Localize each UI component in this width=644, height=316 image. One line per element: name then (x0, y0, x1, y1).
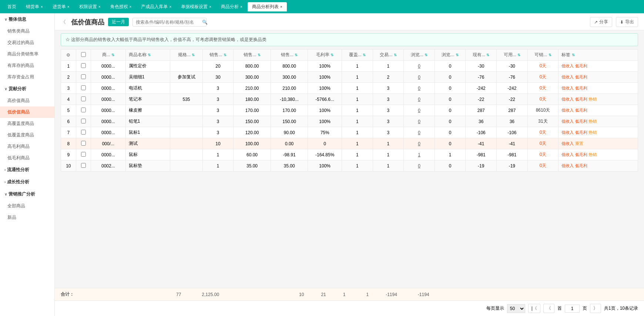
nav-permission-settings[interactable]: 权限设置 × (75, 2, 105, 11)
browse-count[interactable]: 0 (418, 97, 420, 102)
row-browse1[interactable]: 0 (404, 127, 435, 138)
row-checkbox[interactable] (81, 152, 86, 157)
row-checkbox-cell[interactable] (76, 127, 91, 138)
row-browse1[interactable]: 0 (404, 83, 435, 94)
nav-purchase-order[interactable]: 进货单 × (48, 2, 74, 11)
sort-icon[interactable]: ⇅ (363, 53, 366, 57)
search-input[interactable] (133, 18, 207, 27)
export-button[interactable]: ⬇ 导出 (616, 17, 638, 27)
sidebar-item-category-sales-rate[interactable]: 商品分类销售率 (0, 48, 54, 60)
close-icon[interactable]: × (209, 5, 211, 9)
close-icon[interactable]: × (98, 5, 101, 9)
row-checkbox[interactable] (81, 108, 86, 112)
row-checkbox-cell[interactable] (76, 138, 91, 149)
share-button[interactable]: ↗ 分享 (590, 17, 612, 27)
th-sell-days[interactable]: 可销... ⇅ (527, 50, 559, 61)
row-checkbox[interactable] (81, 141, 86, 146)
nav-role-auth[interactable]: 角色授权 × (106, 2, 136, 11)
th-sales-qty[interactable]: 销售... ⇅ (202, 50, 234, 61)
sort-icon[interactable]: ⇅ (111, 53, 114, 57)
th-tags[interactable]: 标签 ⇅ (559, 50, 638, 61)
browse-count[interactable]: 0 (418, 163, 420, 169)
sort-icon[interactable]: ⇅ (192, 53, 195, 57)
sidebar-group-contribution[interactable]: ∨ 贡献分析 (0, 83, 54, 95)
sidebar-group-marketing[interactable]: ∨ 营销推广分析 (0, 188, 54, 200)
row-checkbox[interactable] (81, 63, 86, 68)
sort-icon[interactable]: ⇅ (456, 53, 459, 57)
th-trade[interactable]: 交易... ⇅ (373, 50, 404, 61)
prev-page-button[interactable]: 〈 (543, 304, 554, 313)
sort-icon[interactable]: ⇅ (295, 53, 298, 57)
row-checkbox-cell[interactable] (76, 83, 91, 94)
row-checkbox[interactable] (81, 163, 86, 168)
sidebar-item-high-margin[interactable]: 高毛利商品 (0, 141, 54, 152)
gear-icon[interactable]: ⚙ (66, 52, 70, 58)
sidebar-item-sales-goods[interactable]: 销售类商品 (0, 26, 54, 37)
row-browse1[interactable]: 0 (404, 105, 435, 116)
close-icon[interactable]: × (41, 5, 43, 9)
row-browse1[interactable]: 0 (404, 138, 435, 149)
sort-icon[interactable]: ⇅ (331, 53, 333, 57)
th-browse1[interactable]: 浏览... ⇅ (404, 50, 435, 61)
row-checkbox[interactable] (81, 130, 86, 135)
th-browse2[interactable]: 浏览... ⇅ (435, 50, 466, 61)
row-browse1[interactable]: 0 (404, 160, 435, 171)
browse-count[interactable]: 0 (418, 64, 420, 69)
select-all-checkbox[interactable] (81, 52, 86, 57)
th-cover[interactable]: 覆盖... ⇅ (342, 50, 373, 61)
sidebar-item-new-goods[interactable]: 新品 (0, 212, 54, 223)
close-icon[interactable]: × (240, 5, 242, 9)
browse-count[interactable]: 0 (418, 130, 420, 135)
search-icon[interactable]: 🔍 (202, 20, 208, 25)
nav-goods-analysis[interactable]: 商品分析 × (217, 2, 247, 11)
row-checkbox[interactable] (81, 85, 86, 90)
sidebar-group-liquidity[interactable]: › 流通性分析 (0, 164, 54, 176)
sidebar-item-high-coverage[interactable]: 高覆盖度商品 (0, 118, 54, 129)
sort-icon[interactable]: ⇅ (394, 53, 397, 57)
row-checkbox-cell[interactable] (76, 72, 91, 83)
sort-icon[interactable]: ⇅ (425, 53, 427, 57)
first-page-button[interactable]: |〈 (528, 304, 540, 313)
sidebar-item-low-coverage[interactable]: 低覆盖度商品 (0, 129, 54, 141)
sort-icon[interactable]: ⇅ (148, 53, 151, 57)
nav-production-storage[interactable]: 产成品入库单 × (137, 2, 176, 11)
sidebar-item-all-goods[interactable]: 全部商品 (0, 200, 54, 212)
browse-count[interactable]: 0 (418, 86, 420, 91)
toggle-sidebar-icon[interactable]: 《 (61, 19, 66, 26)
sort-icon[interactable]: ⇅ (517, 53, 520, 57)
browse-count[interactable]: 0 (418, 141, 420, 146)
page-input[interactable] (565, 305, 580, 313)
row-checkbox[interactable] (81, 119, 86, 123)
row-browse1[interactable]: 0 (404, 72, 435, 83)
th-margin[interactable]: 毛利率 ⇅ (308, 50, 342, 61)
sort-icon[interactable]: ⇅ (486, 53, 489, 57)
row-browse1[interactable]: 0 (404, 94, 435, 105)
th-settings[interactable]: ⚙ (61, 50, 76, 61)
row-browse1[interactable]: 0 (404, 61, 435, 72)
close-icon[interactable]: × (130, 5, 132, 9)
close-icon[interactable]: × (280, 5, 282, 9)
browse-count[interactable]: 0 (418, 75, 420, 80)
filter-period-button[interactable]: 近一月 (108, 18, 129, 26)
close-icon[interactable]: × (169, 5, 171, 9)
browse-count[interactable]: 1 (418, 152, 420, 157)
row-checkbox-cell[interactable] (76, 94, 91, 105)
row-checkbox-cell[interactable] (76, 149, 91, 160)
row-checkbox-cell[interactable] (76, 160, 91, 171)
close-icon[interactable]: × (67, 5, 70, 9)
nav-sales-order[interactable]: 销货单 × (21, 2, 47, 11)
sidebar-item-stocked-goods[interactable]: 有库存的商品 (0, 60, 54, 71)
nav-template-settings[interactable]: 单据模板设置 × (177, 2, 216, 11)
nav-goods-analysis-list[interactable]: 商品分析列表 × (248, 2, 287, 11)
row-checkbox[interactable] (81, 96, 86, 101)
sidebar-group-overall[interactable]: ∨ 整体信息 (0, 13, 54, 26)
sidebar-item-low-margin[interactable]: 低毛利商品 (0, 152, 54, 164)
th-sales-amt[interactable]: 销售... ⇅ (234, 50, 271, 61)
th-code[interactable]: 商... ⇅ (91, 50, 125, 61)
row-browse1[interactable]: 0 (404, 116, 435, 127)
sidebar-item-traded-goods[interactable]: 交易过的商品 (0, 37, 54, 48)
th-stock2[interactable]: 可用... ⇅ (497, 50, 528, 61)
browse-count[interactable]: 0 (418, 108, 420, 113)
nav-home[interactable]: 首页 (3, 2, 21, 11)
row-checkbox[interactable] (81, 74, 86, 79)
